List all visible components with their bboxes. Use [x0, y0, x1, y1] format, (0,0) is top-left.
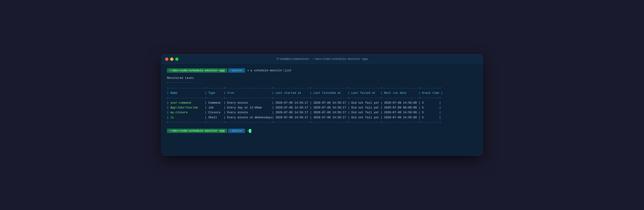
cursor — [249, 129, 251, 133]
terminal-window: freek@murzemacbook: ~/dev/code/schedule-… — [161, 54, 483, 156]
table-row-2: | App\Jobs\YourJob | Job | Every day at … — [167, 105, 477, 110]
window-title: freek@murzemacbook: ~/dev/code/schedule-… — [276, 57, 368, 61]
branch-badge-2: ←master — [228, 129, 245, 133]
branch-badge-1: ←master — [228, 68, 245, 73]
traffic-lights — [165, 58, 178, 61]
table-border-mid: +---------------------+----------+------… — [167, 96, 477, 101]
section-title: Monitored tasks — [167, 76, 477, 80]
prompt-command-1: a schedule-monitor:list — [250, 69, 292, 72]
prompt-arrow-1: ➜ — [247, 69, 249, 72]
task-table: +---------------------+----------+------… — [167, 86, 477, 125]
prompt-line-2: ~/dev/code/schedule-monitor-app ←master … — [167, 129, 477, 133]
section-divider: --------------- — [167, 81, 477, 84]
maximize-button[interactable] — [175, 58, 178, 61]
prompt-arrow-2: ➜ — [247, 129, 249, 133]
prompt-line-1: ~/dev/code/schedule-monitor-app ←master … — [167, 68, 477, 73]
table-row-1: | your-command | Command | Every minute … — [167, 101, 477, 105]
table-border-top: +---------------------+----------+------… — [167, 86, 477, 91]
terminal-body[interactable]: ~/dev/code/schedule-monitor-app ←master … — [162, 64, 482, 155]
path-badge-1: ~/dev/code/schedule-monitor-app — [167, 68, 227, 73]
path-badge-2: ~/dev/code/schedule-monitor-app — [167, 129, 227, 133]
table-border-bot: +---------------------+----------+------… — [167, 120, 477, 125]
minimize-button[interactable] — [170, 58, 174, 61]
table-header: | Name | Type | Cron | Last started at |… — [167, 91, 477, 96]
table-row-3: | my-closure | Closure | Every minute | … — [167, 110, 477, 115]
table-row-4: | ls | Shell | Every minute on Wednesday… — [167, 115, 477, 120]
close-button[interactable] — [165, 58, 168, 61]
titlebar: freek@murzemacbook: ~/dev/code/schedule-… — [162, 55, 482, 64]
